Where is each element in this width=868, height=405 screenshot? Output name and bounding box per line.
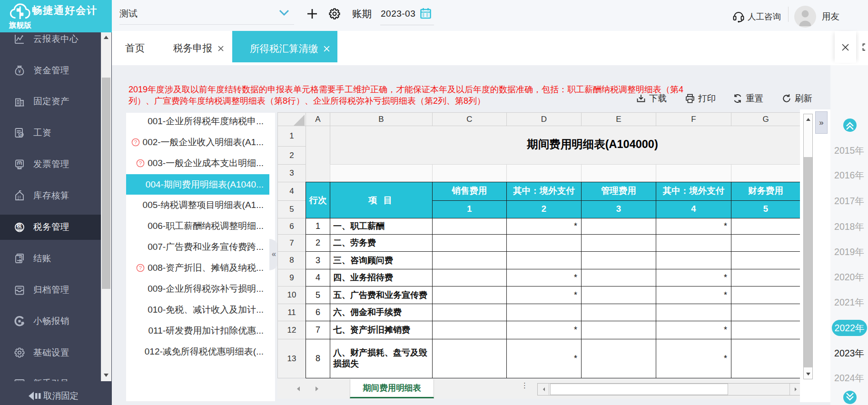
svg-text:?: ? [134,139,137,145]
svg-text:¥: ¥ [18,69,21,74]
svg-text:¥: ¥ [18,161,21,166]
svg-text:¥: ¥ [20,132,23,137]
svg-text:¥: ¥ [19,254,22,259]
svg-text:?: ? [139,265,142,271]
svg-text:税: 税 [16,223,22,228]
svg-text:?: ? [139,160,142,166]
